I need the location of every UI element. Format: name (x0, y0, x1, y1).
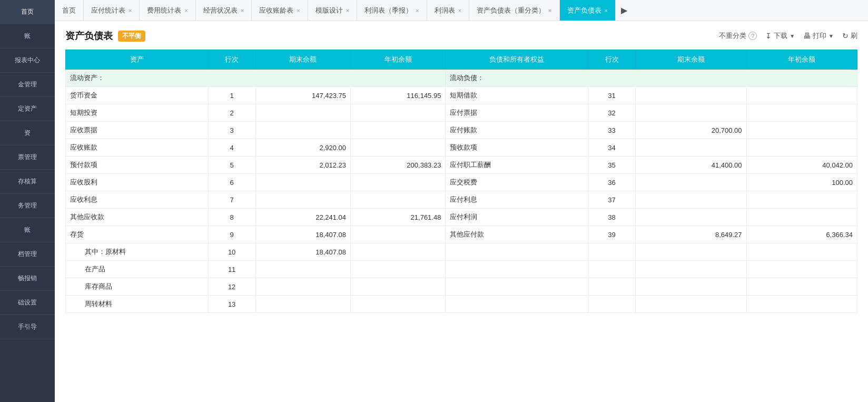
sidebar-item-ledger[interactable]: 账 (0, 24, 55, 48)
asset-begin-balance (351, 243, 446, 261)
liab-begin-balance (746, 87, 857, 104)
asset-end-balance (255, 122, 350, 139)
sidebar-item-inventory[interactable]: 存核算 (0, 170, 55, 194)
liab-row-num: 39 (588, 226, 635, 243)
sidebar-item-fixed-assets[interactable]: 定资产 (0, 97, 55, 121)
download-label: 下载 (774, 31, 787, 41)
download-chevron-icon: ▼ (790, 33, 795, 39)
table-row: 其中：原材料 10 18,407.08 (66, 243, 857, 261)
sidebar-item-capital[interactable]: 资 (0, 121, 55, 145)
tab-receivable-age[interactable]: 应收账龄表 × (252, 0, 308, 21)
asset-end-balance: 18,407.08 (255, 226, 350, 243)
liab-name: 应付职工薪酬 (446, 156, 588, 174)
liab-row-num: 34 (588, 139, 635, 156)
sidebar-item-expense[interactable]: 畅报销 (0, 267, 55, 291)
table-row: 在产品 11 (66, 261, 857, 278)
download-icon: ↧ (765, 32, 772, 40)
asset-name: 短期投资 (66, 104, 209, 122)
liab-begin-balance: 6,366.34 (746, 226, 857, 243)
liab-begin-balance: 40,042.00 (746, 156, 857, 174)
help-icon[interactable]: ? (748, 32, 757, 40)
print-chevron-icon: ▼ (828, 33, 834, 39)
tab-home[interactable]: 首页 (55, 0, 84, 21)
refresh-icon: ↻ (842, 32, 849, 40)
table-row: 预付款项 5 2,012.23 200,383.23 应付职工薪酬 35 41,… (66, 156, 857, 174)
table-row: 应收票据 3 应付账款 33 20,700.00 (66, 122, 857, 139)
asset-name: 库存商品 (66, 278, 209, 296)
balance-table: 资产 行次 期末余额 年初余额 负债和所有者权益 行次 期末余额 年初余额 流动… (65, 50, 857, 313)
tab-label: 资产负债表 (567, 6, 601, 15)
sidebar-item-affairs[interactable]: 务管理 (0, 194, 55, 218)
asset-end-balance: 2,012.23 (255, 156, 350, 174)
liab-end-balance: 20,700.00 (636, 122, 746, 139)
tab-close-icon[interactable]: × (241, 7, 244, 14)
header-asset: 资产 (66, 50, 209, 70)
liab-end-balance: 41,400.00 (636, 156, 746, 174)
liab-begin-balance (746, 278, 857, 296)
asset-begin-balance (351, 139, 446, 156)
download-btn[interactable]: ↧ 下载 ▼ (765, 31, 795, 41)
liab-end-balance (636, 174, 746, 191)
tab-profit-quarterly[interactable]: 利润表（季报） × (357, 0, 427, 21)
table-category-row: 流动资产： 流动负债： (66, 70, 857, 87)
liab-name: 应付利息 (446, 191, 588, 209)
liab-end-balance (636, 243, 746, 261)
sidebar-item-report-center[interactable]: 报表中心 (0, 48, 55, 73)
header-row-num2: 行次 (588, 50, 635, 70)
tab-close-icon[interactable]: × (605, 7, 608, 14)
tab-profit[interactable]: 利润表 × (427, 0, 469, 21)
table-row: 应收股利 6 应交税费 36 100.00 (66, 174, 857, 191)
asset-begin-balance: 200,383.23 (351, 156, 446, 174)
liab-row-num: 38 (588, 209, 635, 226)
classify-btn[interactable]: 不重分类 ? (719, 31, 757, 41)
liab-row-num (588, 243, 635, 261)
sidebar-item-settings[interactable]: 础设置 (0, 291, 55, 315)
asset-row-num: 5 (208, 156, 255, 174)
tab-label: 模版设计 (315, 6, 343, 15)
tab-close-icon[interactable]: × (416, 7, 419, 14)
refresh-btn[interactable]: ↻ 刷 (842, 31, 857, 41)
asset-row-num: 8 (208, 209, 255, 226)
tab-close-icon[interactable]: × (346, 7, 349, 14)
tab-operation[interactable]: 经营状况表 × (196, 0, 252, 21)
tab-bar: 首页 应付统计表 × 费用统计表 × 经营状况表 × 应收账龄表 × 模版设计 … (55, 0, 868, 21)
tab-balance[interactable]: 资产负债表 × (560, 0, 616, 21)
tab-payable-stat[interactable]: 应付统计表 × (84, 0, 140, 21)
tab-close-icon[interactable]: × (184, 7, 188, 14)
sidebar-item-guide[interactable]: 手引导 (0, 315, 55, 339)
refresh-label: 刷 (851, 31, 857, 41)
tab-more-btn[interactable]: ▶ (616, 0, 633, 21)
tab-template-design[interactable]: 模版设计 × (308, 0, 357, 21)
print-label: 打印 (813, 31, 826, 41)
tab-close-icon[interactable]: × (297, 7, 300, 14)
liab-name (446, 296, 588, 313)
asset-row-num: 9 (208, 226, 255, 243)
asset-name: 货币资金 (66, 87, 209, 104)
sidebar-item-home[interactable]: 首页 (0, 0, 55, 24)
liab-row-num: 31 (588, 87, 635, 104)
asset-begin-balance (351, 174, 446, 191)
table-row: 库存商品 12 (66, 278, 857, 296)
tab-close-icon[interactable]: × (548, 7, 551, 14)
liab-end-balance (636, 104, 746, 122)
asset-name: 在产品 (66, 261, 209, 278)
tab-expense-stat[interactable]: 费用统计表 × (140, 0, 195, 21)
sidebar-item-archive[interactable]: 档管理 (0, 242, 55, 267)
asset-begin-balance (351, 104, 446, 122)
asset-end-balance: 147,423.75 (255, 87, 350, 104)
tab-close-icon[interactable]: × (458, 7, 461, 14)
asset-end-balance (255, 191, 350, 209)
asset-end-balance: 18,407.08 (255, 243, 350, 261)
liab-name: 其他应付款 (446, 226, 588, 243)
liab-end-balance (636, 139, 746, 156)
liab-row-num: 32 (588, 104, 635, 122)
sidebar-item-ticket[interactable]: 票管理 (0, 145, 55, 170)
liab-row-num: 35 (588, 156, 635, 174)
tab-balance-reclassify[interactable]: 资产负债表（重分类） × (469, 0, 559, 21)
sidebar-item-account[interactable]: 账 (0, 218, 55, 242)
print-btn[interactable]: 🖶 打印 ▼ (803, 31, 834, 41)
tab-label: 利润表（季报） (364, 6, 412, 15)
tab-close-icon[interactable]: × (129, 7, 132, 14)
sidebar-item-fund[interactable]: 金管理 (0, 73, 55, 97)
liab-begin-balance: 100.00 (746, 174, 857, 191)
